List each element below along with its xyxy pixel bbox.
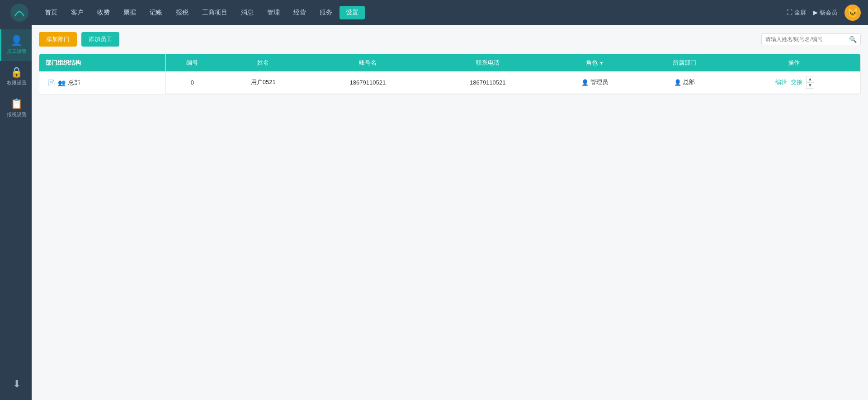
emp-table: 编号 姓名 账号名 联系电话 角色 ▼ 所属部门 操作: [166, 54, 860, 94]
nav-item-设置[interactable]: 设置: [340, 6, 365, 19]
cell-dept: 👤 总部: [642, 71, 727, 94]
main-layout: 👤 员工设置 🔒 权限设置 📋 报税设置 ⬇ 添加部门 添加员工 🔍: [0, 25, 868, 400]
nav-item-消息[interactable]: 消息: [235, 6, 260, 19]
scroll-up-btn[interactable]: ▲: [806, 76, 814, 82]
sidebar-item-员工设置[interactable]: 👤 员工设置: [0, 29, 32, 61]
download-icon: ⬇: [13, 379, 21, 389]
toolbar: 添加部门 添加员工 🔍: [39, 32, 861, 47]
sidebar-item-报税设置[interactable]: 📋 报税设置: [0, 93, 32, 124]
tree-header-label: 部门组织结构: [46, 59, 81, 66]
transfer-link[interactable]: 交接: [791, 78, 802, 86]
scroll-down-btn[interactable]: ▼: [806, 82, 814, 89]
nav-item-工商项目[interactable]: 工商项目: [196, 6, 234, 19]
employee-table: 编号 姓名 账号名 联系电话 角色 ▼ 所属部门 操作: [166, 54, 860, 94]
edit-link[interactable]: 编辑: [775, 78, 787, 86]
sidebar-label: 员工设置: [7, 48, 27, 55]
avatar[interactable]: 🐱: [844, 5, 861, 21]
col-phone: 联系电话: [428, 54, 547, 71]
col-role-label: 角色: [586, 59, 598, 66]
tree-body: 📄 👥 总部: [39, 71, 165, 94]
tree-item-headquarters[interactable]: 📄 👥 总部: [44, 76, 161, 89]
cell-name: 用户0521: [219, 71, 308, 94]
add-emp-button[interactable]: 添加员工: [81, 32, 119, 47]
search-box: 🔍: [761, 33, 861, 45]
cell-id: 0: [166, 71, 219, 94]
nav-right: ⛶ 全屏 ▶ 畅会员 🐱: [787, 5, 868, 21]
sidebar-icon: 👤: [10, 36, 23, 46]
nav-item-服务[interactable]: 服务: [313, 6, 339, 19]
svg-point-0: [10, 4, 28, 22]
user-group-icon: 👥: [58, 79, 66, 86]
search-input[interactable]: [765, 36, 849, 42]
nav-item-管理[interactable]: 管理: [261, 6, 286, 19]
cell-phone: 18679110521: [428, 71, 547, 94]
filter-icon: ▼: [599, 61, 604, 66]
tree-item-label: 总部: [68, 79, 80, 87]
nav-item-客户[interactable]: 客户: [65, 6, 90, 19]
fullscreen-label: 全屏: [794, 9, 806, 17]
vip-icon: ▶: [813, 9, 818, 16]
sidebar-download[interactable]: ⬇: [0, 373, 32, 395]
nav-item-收费[interactable]: 收费: [91, 6, 116, 19]
table-body: 0 用户0521 18679110521 18679110521 👤 管理员 👤…: [166, 71, 860, 94]
col-action: 操作: [727, 54, 860, 71]
logo: [5, 4, 34, 22]
top-nav: 首页客户收费票据记账报税工商项目消息管理经营服务设置 ⛶ 全屏 ▶ 畅会员 🐱: [0, 0, 868, 25]
sidebar-label: 权限设置: [7, 80, 27, 86]
col-id: 编号: [166, 54, 219, 71]
content-area: 添加部门 添加员工 🔍 部门组织结构 📄 👥 总部: [32, 25, 868, 400]
dept-label: 总部: [683, 78, 695, 86]
role-label: 管理员: [590, 78, 608, 86]
sidebar-bottom: ⬇: [0, 373, 32, 400]
table-header-row: 编号 姓名 账号名 联系电话 角色 ▼ 所属部门 操作: [166, 54, 860, 71]
tree-header: 部门组织结构: [39, 54, 165, 71]
vip-label: 畅会员: [820, 9, 837, 17]
nav-item-首页[interactable]: 首页: [38, 6, 64, 19]
nav-item-报税[interactable]: 报税: [170, 6, 195, 19]
dept-tree: 部门组织结构 📄 👥 总部: [39, 54, 166, 94]
col-role[interactable]: 角色 ▼: [547, 54, 642, 71]
cell-role: 👤 管理员: [547, 71, 642, 94]
dept-icon: 👤: [674, 79, 681, 86]
sidebar-icon: 📋: [10, 99, 23, 109]
col-name: 姓名: [219, 54, 308, 71]
sidebar: 👤 员工设置 🔒 权限设置 📋 报税设置 ⬇: [0, 25, 32, 400]
fullscreen-icon: ⛶: [787, 9, 793, 16]
nav-item-经营[interactable]: 经营: [287, 6, 312, 19]
sidebar-label: 报税设置: [7, 111, 27, 118]
cell-actions: 编辑 交接 ▲ ▼: [727, 71, 860, 93]
add-dept-button[interactable]: 添加部门: [39, 32, 77, 47]
split-panel: 部门组织结构 📄 👥 总部 编号 姓名: [39, 54, 861, 94]
nav-menu: 首页客户收费票据记账报税工商项目消息管理经营服务设置: [38, 6, 787, 19]
table-row: 0 用户0521 18679110521 18679110521 👤 管理员 👤…: [166, 71, 860, 94]
col-account: 账号名: [308, 54, 428, 71]
role-icon: 👤: [581, 79, 589, 86]
sidebar-icon: 🔒: [10, 67, 23, 77]
cell-account: 18679110521: [308, 71, 428, 94]
vip-button[interactable]: ▶ 畅会员: [813, 9, 837, 17]
fullscreen-button[interactable]: ⛶ 全屏: [787, 9, 806, 17]
nav-item-记账[interactable]: 记账: [143, 6, 169, 19]
sidebar-item-权限设置[interactable]: 🔒 权限设置: [0, 61, 32, 93]
search-icon[interactable]: 🔍: [849, 36, 857, 43]
file-icon: 📄: [47, 79, 55, 86]
nav-item-票据[interactable]: 票据: [117, 6, 142, 19]
col-dept: 所属部门: [642, 54, 727, 71]
